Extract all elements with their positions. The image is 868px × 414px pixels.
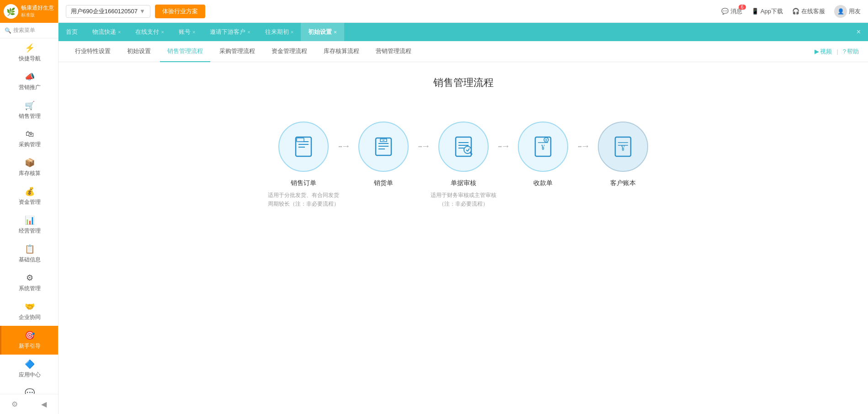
sidebar-item-enterprise-collab[interactable]: 🤝 企业协同 [0,297,58,326]
svg-text:¥: ¥ [541,143,545,151]
basic-info-icon: 📋 [25,244,35,254]
sidebar-footer: ⚙ ◀ [0,394,58,414]
flow-desc-doc-review: 适用于财务审核或主管审核（注：非必要流程） [427,191,500,208]
flow-label-doc-review: 单据审核 [451,179,476,187]
download-icon: 📱 [751,8,759,15]
close-icon[interactable]: × [161,29,164,35]
tab-online-pay[interactable]: 在线支付 × [128,23,171,41]
flow-circle-receipt-note[interactable]: ¥ ¥ [518,122,568,172]
flow-item-receipt-note: ¥ ¥ 收款单 [506,122,580,191]
page-title: 销售管理流程 [433,76,494,90]
sidebar-item-basic-info[interactable]: 📋 基础信息 [0,239,58,268]
sub-tab-industry-settings[interactable]: 行业特性设置 [68,41,118,62]
sub-tab-init-settings[interactable]: 初始设置 [120,41,158,62]
top-header: 用户690企业1660120507 ▼ 体验行业方案 💬 消息 6 📱 App下… [59,0,868,23]
header-right: 💬 消息 6 📱 App下载 🎧 在线客服 👤 用友 [721,5,861,18]
close-icon[interactable]: × [291,29,293,35]
close-icon[interactable]: × [192,29,195,35]
app-center-icon: 🔷 [25,359,35,369]
finance-mgmt-icon: 💰 [25,186,35,196]
enterprise-collab-icon: 🤝 [25,302,35,312]
app-download-button[interactable]: 📱 App下载 [751,7,783,16]
sidebar-item-enterprise-wechat[interactable]: 💬 企业微信 [0,383,58,394]
flow-label-receipt-note: 收款单 [533,179,553,187]
close-icon[interactable]: × [118,29,121,35]
sub-tab-purchase-flow[interactable]: 采购管理流程 [212,41,262,62]
close-all-tabs[interactable]: × [849,28,868,36]
search-icon: 🔍 [5,27,11,34]
sidebar: 🌿 畅康通好生意 标准版 🔍 搜索菜单 ⚡ 快捷导航 📣 营销推广 🛒 销售管理… [0,0,59,414]
sidebar-item-biz-mgmt[interactable]: 📊 经营管理 [0,211,58,239]
svg-rect-4 [297,138,304,142]
sidebar-item-purchase-mgmt[interactable]: 🛍 采购管理 [0,125,58,153]
main-area: 用户690企业1660120507 ▼ 体验行业方案 💬 消息 6 📱 App下… [59,0,868,414]
flow-label-delivery-note: 销货单 [374,179,393,187]
user-menu[interactable]: 👤 用友 [834,5,861,18]
chevron-down-icon: ▼ [139,8,145,15]
enterprise-wechat-icon: 💬 [25,388,35,394]
user-selector[interactable]: 用户690企业1660120507 ▼ [66,5,150,18]
flow-diagram: 销售订单 适用于分批发货、有合同发货周期较长（注：非必要流程） ···→ [267,122,660,208]
nav-tabs: 首页 物流快递 × 在线支付 × 账号 × 邀请下游客户 × 往来期初 × 初始… [59,23,868,41]
sales-mgmt-icon: 🛒 [25,101,35,111]
flow-item-delivery-note: 销货单 [347,122,420,191]
flow-item-doc-review: 单据审核 适用于财务审核或主管审核（注：非必要流程） [427,122,500,208]
settings-button[interactable]: ⚙ [10,398,20,410]
help-link[interactable]: ? 帮助 [843,48,859,56]
flow-circle-customer-ledger[interactable]: ¥ [598,122,648,172]
video-icon: ▶ [815,48,819,55]
flow-circle-doc-review[interactable] [438,122,489,172]
content-area: 行业特性设置 初始设置 销售管理流程 采购管理流程 资金管理流程 库存核算流程 … [59,41,868,414]
tab-account[interactable]: 账号 × [171,23,202,41]
sidebar-logo: 🌿 畅康通好生意 标准版 [0,0,58,23]
biz-mgmt-icon: 📊 [25,215,35,225]
close-icon[interactable]: × [334,29,336,35]
quick-nav-icon: ⚡ [25,43,35,53]
svg-text:¥: ¥ [545,138,547,142]
sidebar-item-sales-mgmt[interactable]: 🛒 销售管理 [0,96,58,125]
sub-tabs-right: ▶ 视频 | ? 帮助 [815,48,859,56]
sub-tabs: 行业特性设置 初始设置 销售管理流程 采购管理流程 资金管理流程 库存核算流程 … [59,41,868,62]
sidebar-item-sys-mgmt[interactable]: ⚙ 系统管理 [0,268,58,297]
sub-tab-marketing-flow[interactable]: 营销管理流程 [368,41,419,62]
tab-invite-downstream[interactable]: 邀请下游客户 × [202,23,257,41]
flow-circle-sales-order[interactable] [278,122,329,172]
svg-line-14 [470,153,472,154]
sidebar-item-finance-mgmt[interactable]: 💰 资金管理 [0,182,58,211]
flow-label-sales-order: 销售订单 [291,179,316,187]
tab-period-init[interactable]: 往来期初 × [258,23,301,41]
tab-home[interactable]: 首页 [59,23,85,41]
avatar: 👤 [834,5,847,18]
flow-item-sales-order: 销售订单 适用于分批发货、有合同发货周期较长（注：非必要流程） [267,122,340,208]
collapse-button[interactable]: ◀ [39,398,48,410]
help-icon: ? [843,48,846,55]
sub-tab-sales-flow[interactable]: 销售管理流程 [160,41,210,62]
flow-desc-sales-order: 适用于分批发货、有合同发货周期较长（注：非必要流程） [267,191,340,208]
sidebar-item-inventory[interactable]: 📦 库存核算 [0,153,58,182]
flow-circle-delivery-note[interactable] [358,122,409,172]
inventory-icon: 📦 [25,158,35,168]
logo-text: 畅康通好生意 标准版 [21,5,54,18]
svg-point-13 [464,146,471,154]
sidebar-item-marketing-promo[interactable]: 📣 营销推广 [0,67,58,96]
sub-tab-inventory-flow[interactable]: 库存核算流程 [316,41,367,62]
sidebar-item-new-guide[interactable]: 🎯 新手引导 [0,326,58,355]
flow-label-customer-ledger: 客户账本 [610,179,636,187]
sidebar-item-quick-nav[interactable]: ⚡ 快捷导航 [0,38,58,67]
flow-item-customer-ledger: ¥ 客户账本 [586,122,660,191]
marketing-promo-icon: 📣 [25,72,35,82]
tab-init-settings[interactable]: 初始设置 × [301,23,344,41]
sidebar-nav: ⚡ 快捷导航 📣 营销推广 🛒 销售管理 🛍 采购管理 📦 库存核算 💰 资金管… [0,38,58,394]
tab-logistics[interactable]: 物流快递 × [85,23,128,41]
video-link[interactable]: ▶ 视频 [815,48,832,56]
sub-tab-fund-flow[interactable]: 资金管理流程 [264,41,314,62]
online-service-button[interactable]: 🎧 在线客服 [792,7,825,16]
sys-mgmt-icon: ⚙ [26,273,33,283]
messages-button[interactable]: 💬 消息 6 [721,7,742,16]
new-guide-icon: 🎯 [25,330,35,340]
purchase-mgmt-icon: 🛍 [26,129,34,139]
sidebar-item-app-center[interactable]: 🔷 应用中心 [0,355,58,383]
try-industry-button[interactable]: 体验行业方案 [155,5,205,18]
sidebar-search[interactable]: 🔍 搜索菜单 [0,23,58,38]
close-icon[interactable]: × [247,29,250,35]
